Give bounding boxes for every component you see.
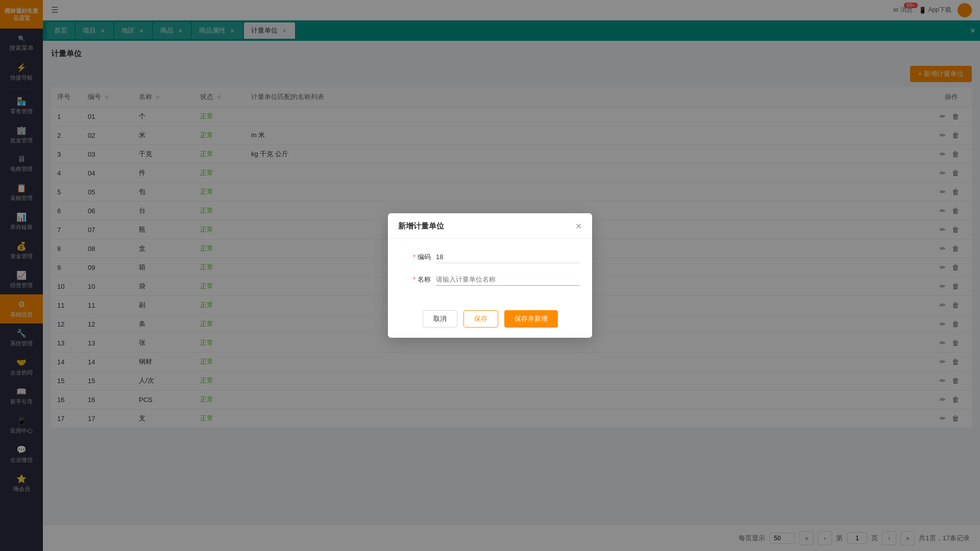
form-required-code: *	[413, 253, 418, 261]
modal-title: 新增计量单位	[398, 221, 444, 231]
code-input[interactable]	[436, 251, 580, 263]
modal-footer: 取消 保存 保存并新增	[388, 304, 592, 338]
form-label-name: * 名称	[400, 275, 431, 284]
form-row-name: * 名称	[400, 273, 580, 286]
form-required-name: *	[413, 276, 418, 283]
add-unit-modal: 新增计量单位 ✕ * 编码 * 名称 取消 保存 保存并新增	[388, 213, 592, 338]
modal-close-button[interactable]: ✕	[575, 221, 582, 231]
cancel-button[interactable]: 取消	[423, 310, 457, 328]
form-row-code: * 编码	[400, 251, 580, 263]
name-input[interactable]	[436, 273, 580, 286]
modal-overlay[interactable]: 新增计量单位 ✕ * 编码 * 名称 取消 保存 保存并新增	[0, 0, 980, 551]
save-button[interactable]: 保存	[463, 310, 498, 328]
modal-body: * 编码 * 名称	[388, 239, 592, 304]
form-label-code: * 编码	[400, 253, 431, 262]
save-continue-button[interactable]: 保存并新增	[504, 310, 558, 328]
modal-header: 新增计量单位 ✕	[388, 213, 592, 239]
